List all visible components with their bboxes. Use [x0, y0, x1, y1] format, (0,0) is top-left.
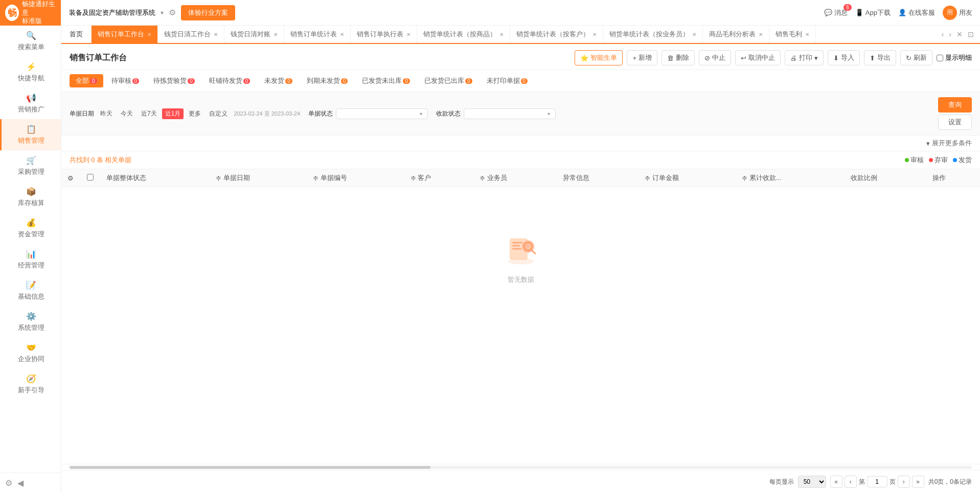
- page-nav: « ‹ 第 页 › »: [830, 476, 924, 488]
- sidebar-item-finance[interactable]: 💰资金管理: [0, 213, 61, 244]
- add-btn[interactable]: + 新增: [627, 50, 657, 65]
- th-date: ≑ 单据日期: [210, 169, 307, 187]
- tab-close-all-btn[interactable]: ✕: [954, 29, 965, 39]
- quick-action-revoke[interactable]: 弃审: [929, 155, 948, 165]
- tab-next-btn[interactable]: ›: [947, 29, 953, 39]
- app-download-item[interactable]: 📱 App下载: [855, 8, 891, 17]
- smart-create-btn[interactable]: ⭐ 智能生单: [575, 50, 623, 65]
- next-page-btn[interactable]: ›: [898, 476, 910, 488]
- import-btn[interactable]: ⬇ 导入: [828, 50, 860, 65]
- dot-ship: [953, 158, 957, 162]
- subtab-wangpu-pending[interactable]: 旺铺待发货0: [203, 74, 257, 87]
- tab-sale-stat-customer[interactable]: 销货单统计表（按客户）✕: [510, 26, 603, 43]
- tab-sale-more[interactable]: 销售毛利✕: [769, 26, 816, 43]
- status-select[interactable]: ▾: [336, 108, 428, 119]
- subtab-expired-not-shipped[interactable]: 到期未发货0: [301, 74, 354, 87]
- sidebar-item-basic[interactable]: 📝基础信息: [0, 275, 61, 306]
- date-option-更多[interactable]: 更多: [186, 108, 204, 119]
- tab-close-cash-account[interactable]: ✕: [274, 32, 278, 37]
- filterbar: 单据日期 昨天今天近7天近1月更多自定义 2023-02-24 至 2023-0…: [61, 92, 980, 136]
- tab-product-margin[interactable]: 商品毛利分析表✕: [703, 26, 769, 43]
- print-icon: 🖨: [790, 54, 797, 62]
- subtab-pending-inspect[interactable]: 待拣货验货0: [147, 74, 201, 87]
- th-checkbox: [80, 169, 100, 187]
- date-option-近1月[interactable]: 近1月: [162, 108, 184, 119]
- message-item[interactable]: 💬 消息 6: [824, 8, 848, 17]
- tab-sale-stat-staff[interactable]: 销货单统计表（按业务员）✕: [603, 26, 703, 43]
- tab-close-sales-exec[interactable]: ✕: [406, 32, 411, 37]
- subtab-not-printed[interactable]: 未打印单据0: [481, 74, 534, 87]
- online-service-item[interactable]: 👤 在线客服: [898, 8, 935, 17]
- user-item[interactable]: 用 用友: [943, 6, 972, 20]
- quick-action-ship[interactable]: 发货: [953, 155, 972, 165]
- print-btn[interactable]: 🖨 打印 ▾: [785, 50, 824, 65]
- query-btn[interactable]: 查询: [938, 97, 972, 113]
- settings-col-icon[interactable]: ⚙: [67, 174, 74, 182]
- sidebar-item-sales[interactable]: 📋销售管理: [0, 119, 61, 150]
- topbar-settings-icon[interactable]: ⚙: [169, 8, 176, 17]
- subtab-shipped-out[interactable]: 已发货已出库0: [418, 74, 478, 87]
- tab-close-sales-stat[interactable]: ✕: [340, 32, 344, 37]
- tab-close-product-margin[interactable]: ✕: [759, 32, 763, 37]
- sidebar-icon-sales: 📋: [26, 124, 36, 134]
- sidebar-item-marketing[interactable]: 📢营销推广: [0, 88, 61, 119]
- show-detail-checkbox[interactable]: [937, 55, 943, 61]
- first-page-btn[interactable]: «: [830, 476, 842, 488]
- tab-sales-exec[interactable]: 销售订单执行表✕: [351, 26, 417, 43]
- tab-sales-stat[interactable]: 销售订单统计表✕: [284, 26, 351, 43]
- sidebar-item-system[interactable]: ⚙️系统管理: [0, 306, 61, 338]
- export-btn[interactable]: ⬆ 导出: [864, 50, 896, 65]
- tab-cash-account[interactable]: 钱货日清对账✕: [224, 26, 284, 43]
- tab-prev-btn[interactable]: ‹: [940, 29, 946, 39]
- sidebar-icon-guide: 🧭: [26, 374, 36, 384]
- subtab-all[interactable]: 全部0: [70, 74, 103, 87]
- table-quick-actions: 审核弃审发货: [905, 155, 972, 165]
- per-page-select[interactable]: 102050100: [798, 476, 826, 488]
- date-option-自定义[interactable]: 自定义: [206, 108, 231, 119]
- tab-sales-order[interactable]: 销售订单工作台✕: [92, 26, 158, 43]
- sidebar-item-guide[interactable]: 🧭新手引导: [0, 369, 61, 400]
- tab-close-sales-order[interactable]: ✕: [147, 32, 151, 37]
- set-btn[interactable]: 设置: [938, 115, 972, 130]
- page-input[interactable]: [867, 476, 887, 487]
- expand-filter-btn[interactable]: ▾ 展开更多条件: [926, 139, 972, 148]
- tab-sale-stat-product[interactable]: 销货单统计表（按商品）✕: [417, 26, 510, 43]
- sidebar-item-search[interactable]: 🔍搜索菜单: [0, 26, 61, 57]
- cancel-stop-btn[interactable]: ↩ 取消中止: [735, 50, 781, 65]
- sidebar-item-quick-nav[interactable]: ⚡快捷导航: [0, 57, 61, 88]
- tab-cash-daily[interactable]: 钱货日清工作台✕: [158, 26, 224, 43]
- stop-btn[interactable]: ⊘ 中止: [699, 50, 731, 65]
- show-detail-toggle[interactable]: 显示明细: [937, 53, 972, 62]
- sidebar-item-inventory[interactable]: 📦库存核算: [0, 182, 61, 213]
- scrollbar-thumb[interactable]: [70, 466, 430, 469]
- sidebar-item-operation[interactable]: 📊经营管理: [0, 244, 61, 275]
- subtab-shipped-not-out[interactable]: 已发货未出库0: [356, 74, 416, 87]
- settings-icon[interactable]: ⚙: [5, 478, 12, 488]
- collapse-icon[interactable]: ◀: [17, 478, 24, 488]
- quick-action-review[interactable]: 审核: [905, 155, 924, 165]
- date-option-近7天[interactable]: 近7天: [138, 108, 160, 119]
- payment-select[interactable]: ▾: [464, 108, 556, 119]
- tab-close-sale-more[interactable]: ✕: [805, 32, 809, 37]
- th-collected: ≑ 累计收款...: [736, 169, 845, 187]
- last-page-btn[interactable]: »: [912, 476, 924, 488]
- refresh-btn[interactable]: ↻ 刷新: [900, 50, 932, 65]
- sidebar-item-purchase[interactable]: 🛒采购管理: [0, 150, 61, 182]
- subtab-not-shipped[interactable]: 未发货0: [258, 74, 299, 87]
- tab-close-cash-daily[interactable]: ✕: [214, 32, 218, 37]
- expand-filter-bar: ▾ 展开更多条件: [61, 136, 980, 151]
- industry-btn[interactable]: 体验行业方案: [181, 5, 235, 20]
- tab-close-sale-stat-product[interactable]: ✕: [499, 32, 504, 37]
- tab-close-sale-stat-customer[interactable]: ✕: [592, 32, 597, 37]
- prev-page-btn[interactable]: ‹: [845, 476, 857, 488]
- date-option-今天[interactable]: 今天: [118, 108, 136, 119]
- delete-btn[interactable]: 🗑 删除: [662, 50, 695, 65]
- tab-home[interactable]: 首页: [61, 26, 92, 43]
- subtab-pending-review[interactable]: 待审核0: [105, 74, 146, 87]
- tab-close-sale-stat-staff[interactable]: ✕: [692, 32, 696, 37]
- svg-line-7: [532, 251, 535, 254]
- tab-expand-btn[interactable]: ⊡: [966, 29, 976, 39]
- sidebar-item-cooperation[interactable]: 🤝企业协同: [0, 338, 61, 369]
- select-all-checkbox[interactable]: [87, 174, 94, 181]
- date-option-昨天[interactable]: 昨天: [97, 108, 116, 119]
